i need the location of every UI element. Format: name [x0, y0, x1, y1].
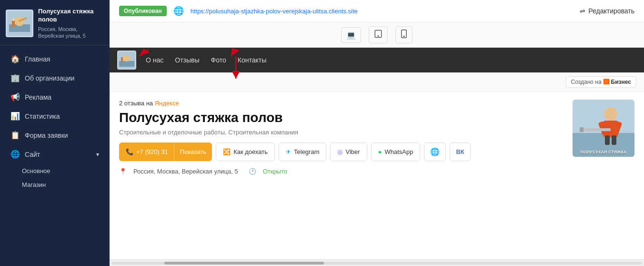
viber-button[interactable]: ◎ Viber — [330, 143, 367, 161]
main-area: Опубликован 🌐 https://polusuhaja-stjazhk… — [110, 0, 644, 266]
mobile-preview-button[interactable] — [395, 26, 413, 43]
content-right: ПОЛУСУХАЯ СТЯЖКА — [573, 100, 634, 175]
globe-nav-icon: 🌐 — [10, 150, 20, 159]
sidebar-item-stats[interactable]: 📊 Статистика — [3, 107, 107, 125]
phone-group: 📞 +7 (920) 31 Показать — [119, 143, 212, 161]
published-badge: Опубликован — [119, 6, 167, 16]
sidebar-nav: 🏠 Главная 🏢 Об организации 📢 Реклама 📊 С… — [0, 45, 110, 266]
address-line: 📍 Россия, Москва, Верейская улица, 5 🕐 О… — [119, 168, 565, 175]
sidebar-sub-item-main[interactable]: Основное — [0, 164, 110, 178]
svg-rect-17 — [121, 57, 123, 62]
ads-icon: 📢 — [10, 92, 20, 102]
svg-rect-3 — [12, 20, 15, 27]
yandex-logo: 🅱 — [604, 79, 609, 85]
pin-icon: 📍 — [119, 168, 127, 175]
yandex-badge: Создано на 🅱 Бизнес — [566, 76, 636, 88]
sidebar-item-label: Статистика — [25, 113, 60, 120]
sidebar-item-form[interactable]: 📋 Форма заявки — [3, 126, 107, 144]
site-navbar: О нас Отзывы Фото Контакты — [110, 48, 644, 72]
whatsapp-button[interactable]: ● WhatsApp — [371, 143, 421, 161]
edit-icon: ⇌ — [580, 7, 585, 15]
org-subtitle: Строительные и отделочные работы, Строит… — [119, 129, 565, 136]
edit-button[interactable]: ⇌ Редактировать — [580, 7, 634, 15]
building-icon: 🏢 — [10, 73, 20, 82]
vk-button[interactable]: ВК — [450, 143, 470, 161]
site-nav-photos[interactable]: Фото — [211, 56, 226, 64]
topbar: Опубликован 🌐 https://polusuhaja-stjazhk… — [110, 0, 644, 22]
chevron-down-icon: ▾ — [96, 151, 99, 158]
yandex-badge-text: Создано на — [571, 79, 602, 85]
site-nav-links: О нас Отзывы Фото Контакты — [146, 56, 266, 64]
sidebar-item-home[interactable]: 🏠 Главная — [3, 50, 107, 68]
phone-show-button[interactable]: Показать — [174, 143, 212, 161]
svg-rect-27 — [580, 127, 584, 132]
tablet-preview-button[interactable] — [369, 26, 388, 43]
sidebar: Полусухая стяжка полов Россия, Москва, В… — [0, 0, 110, 266]
viber-icon: ◎ — [337, 148, 342, 155]
sidebar-item-label: Об организации — [25, 74, 74, 82]
stats-icon: 📊 — [10, 112, 20, 121]
form-icon: 📋 — [10, 131, 20, 140]
sidebar-org-address: Россия, Москва, Верейская улица, 5 — [38, 26, 104, 40]
content-left: 2 отзыва на Яндексе Полусухая стяжка пол… — [119, 100, 565, 175]
site-navbar-logo — [117, 51, 136, 70]
globe-button[interactable]: 🌐 — [424, 143, 446, 161]
scrollbar-track — [111, 262, 642, 265]
org-image: ПОЛУСУХАЯ СТЯЖКА — [573, 100, 634, 157]
directions-icon: 🔀 — [223, 148, 231, 155]
sidebar-item-ads[interactable]: 📢 Реклама — [3, 88, 107, 106]
yandex-badge-bar: Создано на 🅱 Бизнес — [110, 72, 644, 92]
sidebar-logo: Полусухая стяжка полов Россия, Москва, В… — [0, 0, 110, 45]
yandex-business-text: Бизнес — [611, 79, 631, 85]
sidebar-item-about[interactable]: 🏢 Об организации — [3, 69, 107, 87]
svg-rect-26 — [582, 128, 611, 131]
sidebar-item-label: Реклама — [25, 93, 51, 101]
org-image-label: ПОЛУСУХАЯ СТЯЖКА — [581, 150, 627, 155]
sidebar-item-label: Главная — [25, 55, 50, 63]
sidebar-item-site[interactable]: 🌐 Сайт ▾ — [3, 145, 107, 164]
home-icon: 🏠 — [10, 54, 20, 63]
sidebar-sub-item-shop[interactable]: Магазин — [0, 178, 110, 192]
address-text: Россия, Москва, Верейская улица, 5 — [133, 168, 238, 175]
sidebar-org-info: Полусухая стяжка полов Россия, Москва, В… — [38, 8, 104, 39]
content-area: 2 отзыва на Яндексе Полусухая стяжка пол… — [110, 92, 644, 183]
whatsapp-icon: ● — [378, 148, 382, 155]
vk-icon: ВК — [456, 148, 464, 155]
sidebar-item-label: Форма заявки — [25, 132, 68, 139]
phone-number: +7 (920) 31 — [136, 148, 168, 155]
site-nav-contacts[interactable]: Контакты — [238, 56, 266, 64]
org-title: Полусухая стяжка полов — [119, 110, 565, 126]
site-url-link[interactable]: https://polusuhaja-stjazhka-polov-verejs… — [191, 8, 574, 15]
svg-point-4 — [12, 18, 15, 21]
reviews-link[interactable]: Яндексе — [155, 100, 179, 107]
preview-bar: 💻 — [110, 22, 644, 48]
action-buttons: 📞 +7 (920) 31 Показать 🔀 Как доехать ✈ T… — [119, 143, 565, 161]
telegram-button[interactable]: ✈ Telegram — [279, 143, 326, 161]
scrollbar-thumb[interactable] — [164, 262, 323, 265]
sidebar-org-name: Полусухая стяжка полов — [38, 8, 104, 24]
sidebar-item-label: Сайт — [25, 151, 40, 158]
globe-icon: 🌐 — [173, 6, 184, 16]
clock-icon: 🕐 — [249, 168, 256, 175]
desktop-preview-button[interactable]: 💻 — [341, 27, 361, 43]
svg-point-7 — [378, 36, 379, 37]
svg-rect-24 — [605, 135, 610, 145]
scrollbar-area — [110, 259, 644, 266]
telegram-icon: ✈ — [286, 148, 291, 155]
site-nav-reviews[interactable]: Отзывы — [175, 56, 199, 64]
sidebar-logo-image — [6, 10, 33, 37]
phone-icon: 📞 — [126, 148, 133, 155]
directions-button[interactable]: 🔀 Как доехать — [216, 143, 275, 161]
site-nav-about[interactable]: О нас — [146, 56, 163, 64]
reviews-line: 2 отзыва на Яндексе — [119, 100, 565, 107]
site-preview: О нас Отзывы Фото Контакты Создано на 🅱 … — [110, 48, 644, 259]
status-open: Открыто — [263, 168, 287, 175]
svg-point-9 — [403, 36, 404, 37]
globe-contact-icon: 🌐 — [430, 148, 440, 156]
svg-point-20 — [604, 107, 617, 121]
svg-point-16 — [123, 55, 130, 61]
svg-rect-25 — [612, 135, 616, 145]
phone-button[interactable]: 📞 +7 (920) 31 — [119, 143, 174, 161]
